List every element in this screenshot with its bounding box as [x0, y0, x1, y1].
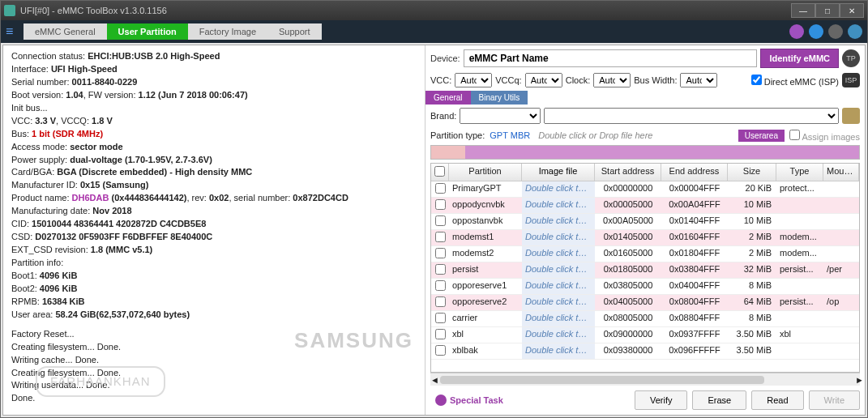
partition-name: opporeserve1: [449, 279, 522, 294]
row-checkbox[interactable]: [435, 345, 446, 356]
buswidth-select[interactable]: Auto: [680, 73, 717, 87]
tab-support[interactable]: Support: [267, 23, 322, 40]
image-file-cell[interactable]: Double click to ...: [522, 327, 595, 343]
table-row[interactable]: xblDouble click to ...0x090000000x0937FF…: [431, 327, 859, 343]
image-file-cell[interactable]: Double click to ...: [522, 295, 595, 310]
globe-icon[interactable]: [789, 24, 804, 39]
table-row[interactable]: persistDouble click to ...0x018050000x03…: [431, 262, 859, 279]
assign-checkbox[interactable]: Assign images: [789, 130, 860, 142]
minimize-button[interactable]: —: [791, 3, 815, 18]
mount: [823, 214, 859, 229]
subtab-binary[interactable]: Binary Utils: [471, 91, 528, 104]
image-file-cell[interactable]: Double click to ...: [522, 279, 595, 294]
clock-select[interactable]: Auto: [593, 73, 631, 87]
table-row[interactable]: modemst2Double click to ...0x016050000x0…: [431, 246, 859, 262]
tab-general[interactable]: eMMC General: [24, 23, 107, 40]
select-all-checkbox[interactable]: [434, 166, 445, 177]
type: persist...: [776, 262, 823, 278]
samsung-watermark: SAMSUNG: [294, 326, 413, 356]
size: 64 MiB: [728, 295, 776, 310]
mount: /per: [823, 262, 859, 278]
row-checkbox[interactable]: [435, 264, 446, 275]
close-button[interactable]: ✕: [840, 3, 864, 18]
row-checkbox[interactable]: [435, 313, 446, 323]
mount: [823, 279, 859, 294]
type: modem...: [776, 246, 823, 262]
verify-button[interactable]: Verify: [635, 390, 688, 410]
row-checkbox[interactable]: [435, 183, 446, 194]
tp-icon[interactable]: TP: [842, 49, 860, 67]
start-address: 0x09380000: [595, 343, 661, 359]
type: [776, 214, 823, 229]
row-checkbox[interactable]: [435, 296, 446, 307]
table-row[interactable]: carrierDouble click to ...0x080050000x08…: [431, 311, 859, 327]
image-file-cell[interactable]: Double click to ...: [522, 262, 595, 278]
image-file-cell[interactable]: Double click to ...: [522, 198, 595, 213]
image-file-cell[interactable]: Double click to ...: [522, 181, 595, 197]
start-address: 0x09000000: [595, 327, 661, 343]
mount: [823, 246, 859, 262]
read-button[interactable]: Read: [751, 390, 803, 410]
vcc-select[interactable]: Auto: [455, 73, 492, 87]
identify-button[interactable]: Identify eMMC: [760, 49, 839, 68]
userarea-button[interactable]: Userarea: [738, 130, 785, 142]
isp-icon[interactable]: ISP: [842, 73, 860, 87]
maximize-button[interactable]: □: [815, 3, 840, 18]
type: [776, 198, 823, 213]
table-row[interactable]: oppostanvbkDouble click to ...0x00A05000…: [431, 214, 859, 230]
end-address: 0x01404FFF: [661, 214, 728, 229]
special-task-button[interactable]: Special Task: [430, 395, 503, 406]
open-folder-icon[interactable]: [842, 108, 860, 124]
direct-emmc-checkbox[interactable]: Direct eMMC (ISP): [751, 75, 839, 87]
partition-bar[interactable]: [430, 145, 860, 160]
row-checkbox[interactable]: [435, 232, 446, 242]
erase-button[interactable]: Erase: [692, 390, 746, 410]
row-checkbox[interactable]: [435, 248, 446, 258]
table-row[interactable]: oppodycnvbkDouble click to ...0x00005000…: [431, 198, 859, 214]
partition-name: xblbak: [449, 343, 522, 359]
table-row[interactable]: PrimaryGPTDouble click to ...0x000000000…: [431, 181, 859, 198]
image-file-cell[interactable]: Double click to ...: [522, 343, 595, 359]
info-icon[interactable]: [828, 24, 843, 39]
end-address: 0x00004FFF: [661, 181, 728, 197]
image-file-cell[interactable]: Double click to ...: [522, 246, 595, 262]
start-address: 0x01805000: [595, 262, 661, 278]
sync-icon[interactable]: [809, 24, 823, 39]
size: 10 MiB: [728, 214, 776, 229]
drop-hint[interactable]: Double click or Drop file here: [535, 129, 733, 142]
row-checkbox[interactable]: [435, 280, 446, 291]
table-row[interactable]: opporeserve1Double click to ...0x0380500…: [431, 279, 859, 295]
image-file-cell[interactable]: Double click to ...: [522, 230, 595, 245]
image-file-cell[interactable]: Double click to ...: [522, 214, 595, 229]
table-row[interactable]: modemst1Double click to ...0x014050000x0…: [431, 230, 859, 246]
log-panel: Connection status: EHCI:HUB:USB 2.0 High…: [3, 45, 425, 415]
device-input[interactable]: [464, 49, 758, 67]
row-checkbox[interactable]: [435, 329, 446, 339]
table-row[interactable]: opporeserve2Double click to ...0x0400500…: [431, 295, 859, 311]
h-scrollbar[interactable]: ◄►: [430, 373, 860, 386]
tab-factory-image[interactable]: Factory Image: [188, 23, 267, 40]
type: [776, 311, 823, 326]
partition-name: xbl: [449, 327, 522, 343]
mount: /op: [823, 295, 859, 310]
table-row[interactable]: xblbakDouble click to ...0x093800000x096…: [431, 343, 859, 360]
size: 10 MiB: [728, 198, 776, 213]
farhaan-watermark: FARHAANKHAN: [36, 366, 165, 397]
size: 3.50 MiB: [728, 327, 776, 343]
subtab-general[interactable]: General: [425, 91, 471, 104]
menu-icon[interactable]: ≡: [6, 24, 24, 39]
image-file-cell[interactable]: Double click to ...: [522, 311, 595, 326]
brand-select[interactable]: [460, 108, 541, 124]
model-select[interactable]: [544, 108, 839, 124]
vccq-select[interactable]: Auto: [525, 73, 562, 87]
row-checkbox[interactable]: [435, 199, 446, 210]
gear-icon[interactable]: [848, 24, 862, 39]
row-checkbox[interactable]: [435, 215, 446, 226]
write-button[interactable]: Write: [809, 390, 860, 410]
partition-type-link[interactable]: GPT MBR: [490, 130, 530, 140]
grid-body[interactable]: PrimaryGPTDouble click to ...0x000000000…: [431, 181, 859, 372]
tab-user-partition[interactable]: User Partition: [107, 23, 188, 40]
start-address: 0x00005000: [595, 198, 661, 213]
start-address: 0x08005000: [595, 311, 661, 326]
mount: [823, 230, 859, 245]
